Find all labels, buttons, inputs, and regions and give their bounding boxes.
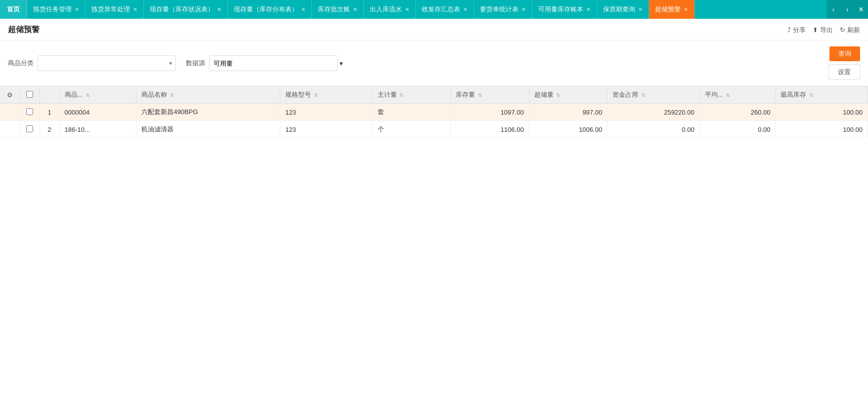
col-max-stock[interactable]: 最高库存 ⇅: [776, 86, 868, 104]
table-wrapper: ⚙ 商品... ⇅ 商品名称 ⇅ 规格型号: [0, 86, 868, 138]
row-product-code-cell: 0000004: [59, 104, 136, 121]
sort-icon: ⇅: [399, 92, 403, 98]
col-over-stock[interactable]: 超储量 ⇅: [529, 86, 608, 104]
row-avg-cell: 0.00: [699, 121, 776, 138]
row-checkbox[interactable]: [26, 108, 33, 115]
nav-item-9[interactable]: 可用量库存账本 ✕: [532, 0, 597, 19]
share-icon: ⤴: [787, 26, 791, 34]
col-checkbox: [20, 86, 40, 104]
sort-icon: ⇅: [556, 92, 560, 98]
nav-item-8[interactable]: 要货单统计表 ✕: [474, 0, 532, 19]
close-icon[interactable]: ✕: [353, 6, 357, 13]
data-source-filter: 数据源 可用量 库存量 ▾: [186, 55, 343, 71]
close-icon[interactable]: ✕: [75, 6, 79, 13]
top-nav: 首页 拣货任务管理 ✕ 拣货异常处理 ✕ 现存量（库存状况表） ✕ 现存量（库存…: [0, 0, 868, 19]
row-stock-cell: 1106.00: [451, 121, 529, 138]
nav-prev-button[interactable]: ‹: [826, 0, 840, 19]
nav-item-2[interactable]: 拣货异常处理 ✕: [86, 0, 144, 19]
close-icon[interactable]: ✕: [463, 6, 468, 13]
nav-item-6[interactable]: 出入库流水 ✕: [364, 0, 416, 19]
row-over-stock-cell: 997.00: [529, 104, 608, 121]
nav-item-4[interactable]: 现存量（库存分布表） ✕: [228, 0, 312, 19]
row-settings-cell: [0, 121, 20, 138]
row-checkbox[interactable]: [26, 125, 33, 132]
close-icon[interactable]: ✕: [133, 6, 137, 13]
sort-icon: ⇅: [314, 92, 318, 98]
export-icon: ⬆: [813, 26, 818, 34]
filter-buttons: 查询 设置: [828, 46, 860, 80]
nav-home[interactable]: 首页: [0, 0, 27, 19]
close-icon[interactable]: ✕: [684, 6, 688, 13]
sort-icon: ⇅: [641, 92, 645, 98]
data-source-select[interactable]: 可用量 库存量: [209, 55, 338, 71]
product-category-label: 商品分类: [8, 59, 34, 68]
main-table: ⚙ 商品... ⇅ 商品名称 ⇅ 规格型号: [0, 86, 868, 138]
refresh-icon: ↻: [840, 26, 845, 34]
col-stock[interactable]: 库存量 ⇅: [451, 86, 529, 104]
filter-bar: 商品分类 ▾ 数据源 可用量 库存量 ▾ 查询 设置: [0, 40, 868, 86]
product-category-select[interactable]: [38, 55, 176, 71]
table-body: 1 0000004 六配套新昌490BPG 123 套 1097.00 997.…: [0, 104, 868, 138]
nav-close-button[interactable]: ✕: [854, 0, 868, 19]
close-icon[interactable]: ✕: [638, 6, 643, 13]
sort-icon: ⇅: [809, 92, 813, 98]
page-title: 超储预警: [8, 25, 40, 35]
sort-icon: ⇅: [86, 92, 89, 98]
row-unit-cell: 个: [372, 121, 451, 138]
nav-item-10[interactable]: 保质期查询 ✕: [597, 0, 649, 19]
data-source-label: 数据源: [186, 59, 205, 68]
col-spec[interactable]: 规格型号 ⇅: [280, 86, 372, 104]
row-product-code-cell: 186-10...: [59, 121, 136, 138]
header-actions: ⤴ 分享 ⬆ 导出 ↻ 刷新: [787, 26, 860, 35]
row-settings-cell: [0, 104, 20, 121]
close-icon[interactable]: ✕: [301, 6, 305, 13]
col-unit[interactable]: 主计量 ⇅: [372, 86, 451, 104]
page-header: 超储预警 ⤴ 分享 ⬆ 导出 ↻ 刷新: [0, 19, 868, 40]
nav-next-button[interactable]: ›: [840, 0, 854, 19]
nav-arrows: ‹ › ✕: [826, 0, 868, 19]
row-spec-cell: 123: [280, 121, 372, 138]
sort-icon: ⇅: [170, 92, 174, 98]
nav-item-5[interactable]: 库存批次账 ✕: [312, 0, 364, 19]
product-category-filter: 商品分类 ▾: [8, 55, 176, 71]
col-index: [40, 86, 59, 104]
row-spec-cell: 123: [280, 104, 372, 121]
col-capital[interactable]: 资金占用 ⇅: [608, 86, 699, 104]
row-avg-cell: 260.00: [699, 104, 776, 121]
share-action[interactable]: ⤴ 分享: [787, 26, 806, 35]
product-category-select-wrapper: ▾: [38, 55, 176, 71]
close-icon[interactable]: ✕: [405, 6, 409, 13]
row-index-cell: 1: [40, 104, 59, 121]
col-product-code[interactable]: 商品... ⇅: [59, 86, 136, 104]
page-content: 超储预警 ⤴ 分享 ⬆ 导出 ↻ 刷新 商品分类 ▾: [0, 19, 868, 395]
close-icon[interactable]: ✕: [521, 6, 526, 13]
col-avg[interactable]: 平均... ⇅: [699, 86, 776, 104]
nav-item-active[interactable]: 超储预警 ✕: [649, 0, 694, 19]
select-all-checkbox[interactable]: [26, 91, 33, 98]
row-max-stock-cell: 100.00: [776, 121, 868, 138]
row-stock-cell: 1097.00: [451, 104, 529, 121]
row-max-stock-cell: 100.00: [776, 104, 868, 121]
query-button[interactable]: 查询: [829, 46, 860, 61]
row-product-name-cell: 机油滤清器: [136, 121, 280, 138]
row-over-stock-cell: 1006.00: [529, 121, 608, 138]
export-action[interactable]: ⬆ 导出: [813, 26, 833, 35]
nav-item-7[interactable]: 收发存汇总表 ✕: [416, 0, 474, 19]
nav-item-3[interactable]: 现存量（库存状况表） ✕: [144, 0, 228, 19]
sort-icon: ⇅: [726, 92, 730, 98]
col-product-name[interactable]: 商品名称 ⇅: [136, 86, 280, 104]
close-icon[interactable]: ✕: [586, 6, 591, 13]
chevron-down-icon-2: ▾: [340, 60, 343, 67]
table-row: 1 0000004 六配套新昌490BPG 123 套 1097.00 997.…: [0, 104, 868, 121]
row-capital-cell: 0.00: [608, 121, 699, 138]
col-settings[interactable]: ⚙: [0, 86, 20, 104]
table-row: 2 186-10... 机油滤清器 123 个 1106.00 1006.00 …: [0, 121, 868, 138]
sort-icon: ⇅: [478, 92, 482, 98]
settings-button[interactable]: 设置: [828, 64, 860, 80]
gear-icon[interactable]: ⚙: [7, 91, 13, 99]
nav-item-1[interactable]: 拣货任务管理 ✕: [27, 0, 86, 19]
refresh-action[interactable]: ↻ 刷新: [840, 26, 860, 35]
close-icon[interactable]: ✕: [217, 6, 221, 13]
row-index-cell: 2: [40, 121, 59, 138]
row-unit-cell: 套: [372, 104, 451, 121]
